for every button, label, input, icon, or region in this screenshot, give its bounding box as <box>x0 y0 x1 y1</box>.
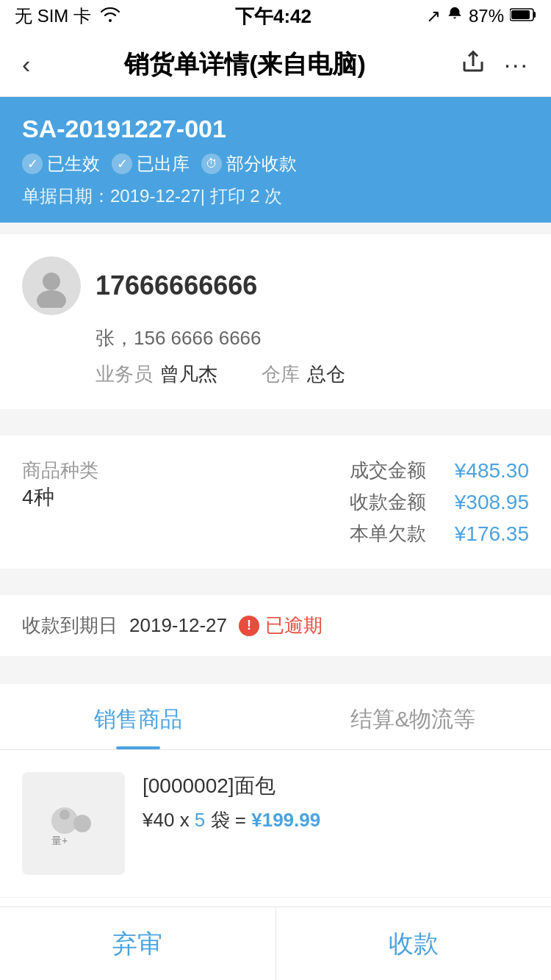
customer-avatar <box>22 256 81 315</box>
customer-meta: 业务员 曾凡杰 仓库 总仓 <box>22 361 529 387</box>
cancel-review-button[interactable]: 弃审 <box>0 907 276 980</box>
product-name-1: [0000002]面包 <box>143 772 529 800</box>
warehouse-label: 仓库 <box>262 361 300 387</box>
tabs-section: 销售商品 结算&物流等 <box>0 684 551 750</box>
order-date-info: 单据日期：2019-12-27| 打印 2 次 <box>22 184 529 208</box>
more-button[interactable]: ··· <box>504 50 529 79</box>
badge-shipped: ✓ 已出库 <box>112 152 190 176</box>
customer-id: 17666666666 <box>96 270 257 301</box>
status-bar-time: 下午4:42 <box>235 4 311 29</box>
nav-bar: ‹ 销货单详情(来自电脑) ··· <box>0 32 551 97</box>
svg-point-6 <box>60 810 70 820</box>
tab-settlement[interactable]: 结算&物流等 <box>276 684 551 749</box>
owed-value: ¥176.35 <box>441 522 529 546</box>
order-badges: ✓ 已生效 ✓ 已出库 ⏱ 部分收款 <box>22 152 529 176</box>
product-item-1: 量+ [0000002]面包 ¥40 x 5 袋 = ¥199.99 <box>0 750 551 898</box>
product-info-1: [0000002]面包 ¥40 x 5 袋 = ¥199.99 <box>143 772 529 833</box>
salesperson-label: 业务员 <box>96 361 153 387</box>
customer-top: 17666666666 <box>22 256 529 315</box>
product-total-1: ¥199.99 <box>251 809 320 831</box>
svg-text:量+: 量+ <box>51 835 68 846</box>
customer-contact: 张，156 6666 6666 <box>22 325 529 351</box>
category-value: 4种 <box>22 483 98 511</box>
wifi-icon <box>100 6 120 26</box>
warehouse-value: 总仓 <box>307 361 345 387</box>
order-header: SA-20191227-001 ✓ 已生效 ✓ 已出库 ⏱ 部分收款 单据日期：… <box>0 97 551 223</box>
overdue-text: 已逾期 <box>265 613 323 638</box>
svg-point-3 <box>43 273 60 290</box>
status-bar: 无 SIM 卡 下午4:42 ↗ 87% <box>0 0 551 32</box>
received-value: ¥308.95 <box>441 491 529 514</box>
page-title: 销货单详情(来自电脑) <box>124 48 366 82</box>
alarm-icon <box>447 6 463 26</box>
category-label: 商品种类 <box>22 458 98 483</box>
owed-label: 本单欠款 <box>350 521 426 547</box>
check-icon-2: ✓ <box>112 154 132 174</box>
summary-right: 成交金额 ¥485.30 收款金额 ¥308.95 本单欠款 ¥176.35 <box>350 458 529 547</box>
badge-partial-payment: ⏱ 部分收款 <box>201 152 297 176</box>
check-icon-1: ✓ <box>22 154 43 174</box>
divider-4 <box>0 671 551 682</box>
summary-left: 商品种类 4种 <box>22 458 98 511</box>
back-button[interactable]: ‹ <box>22 50 30 79</box>
divider-2 <box>0 424 551 436</box>
customer-section: 17666666666 张，156 6666 6666 业务员 曾凡杰 仓库 总… <box>0 234 551 409</box>
svg-rect-2 <box>511 10 530 19</box>
status-bar-right: ↗ 87% <box>426 6 536 26</box>
status-bar-left: 无 SIM 卡 <box>15 4 120 28</box>
collect-payment-button[interactable]: 收款 <box>276 907 552 980</box>
due-date-value: 2019-12-27 <box>129 614 227 637</box>
amount-label: 成交金额 <box>350 458 426 483</box>
share-button[interactable] <box>460 48 486 80</box>
svg-point-7 <box>73 815 91 832</box>
due-date-section: 收款到期日 2019-12-27 ! 已逾期 <box>0 595 551 656</box>
overdue-badge: ! 已逾期 <box>239 613 323 638</box>
warehouse-info: 仓库 总仓 <box>262 361 345 387</box>
svg-point-4 <box>37 290 66 308</box>
battery-icon <box>510 6 536 26</box>
product-thumb-1: 量+ <box>22 772 125 875</box>
salesperson-value: 曾凡杰 <box>160 361 217 387</box>
location-icon: ↗ <box>426 6 441 26</box>
bottom-bar: 弃审 收款 <box>0 907 551 980</box>
product-qty-1: 5 <box>195 809 205 831</box>
divider-1 <box>0 223 551 234</box>
salesperson-info: 业务员 曾凡杰 <box>96 361 217 387</box>
svg-rect-1 <box>533 12 536 18</box>
product-price-1: ¥40 x 5 袋 = ¥199.99 <box>143 807 529 833</box>
amount-row: 成交金额 ¥485.30 <box>350 458 529 483</box>
badge-effective: ✓ 已生效 <box>22 152 100 176</box>
owed-row: 本单欠款 ¥176.35 <box>350 521 529 547</box>
divider-3 <box>0 583 551 595</box>
received-row: 收款金额 ¥308.95 <box>350 489 529 515</box>
amount-value: ¥485.30 <box>441 459 529 483</box>
due-date-label: 收款到期日 <box>22 613 118 638</box>
summary-section: 商品种类 4种 成交金额 ¥485.30 收款金额 ¥308.95 本单欠款 ¥… <box>0 436 551 569</box>
order-id: SA-20191227-001 <box>22 115 529 143</box>
battery-text: 87% <box>469 6 504 26</box>
nav-actions: ··· <box>460 48 529 80</box>
carrier-text: 无 SIM 卡 <box>15 4 91 28</box>
overdue-icon: ! <box>239 616 259 636</box>
received-label: 收款金额 <box>350 489 426 515</box>
tab-products[interactable]: 销售商品 <box>0 684 276 749</box>
clock-icon: ⏱ <box>201 154 222 174</box>
